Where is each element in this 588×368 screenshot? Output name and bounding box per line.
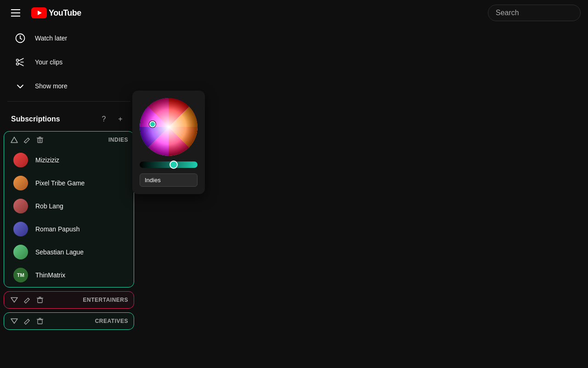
subscriptions-add-button[interactable]: + (114, 113, 127, 126)
sidebar: Watch later Your clips Show more Subscri… (0, 26, 138, 368)
header: YouTube (0, 0, 588, 26)
your-clips-label: Your clips (35, 58, 62, 66)
subscriptions-help-button[interactable]: ? (97, 113, 110, 126)
svg-line-4 (20, 39, 22, 40)
channel-name-miziziziz: Miziziziz (35, 156, 59, 164)
subscriptions-title: Subscriptions (11, 115, 60, 123)
color-name-input[interactable] (140, 173, 198, 187)
channel-pixel-tribe[interactable]: Pixel Tribe Game (6, 172, 132, 194)
avatar-pixel-tribe (13, 176, 28, 190)
triangle-hollow-icon-2[interactable] (10, 316, 19, 326)
svg-line-19 (28, 298, 29, 299)
group-indie-label: INDIES (48, 137, 128, 143)
channel-sebastian-lague[interactable]: Sebastian Lague (6, 241, 132, 263)
sidebar-item-watch-later[interactable]: Watch later (4, 27, 134, 50)
group-creatives: CREATIVES (4, 312, 134, 330)
search-bar (488, 5, 581, 21)
scissors-icon (15, 57, 26, 68)
pencil-icon-3[interactable] (23, 316, 32, 326)
channel-thinmatrix[interactable]: TM ThinMatrix (6, 264, 132, 286)
svg-line-7 (18, 58, 23, 61)
header-left: YouTube (7, 6, 81, 20)
avatar-roman-papush (13, 222, 28, 236)
color-picker-popup (132, 91, 205, 194)
avatar-miziziziz (13, 153, 28, 167)
group-entertainers: ENTERTAINERS (4, 291, 134, 309)
clock-icon (15, 33, 26, 44)
channel-rob-lang[interactable]: Rob Lang (6, 195, 132, 217)
logo-text: YouTube (49, 8, 81, 18)
watch-later-label: Watch later (35, 34, 67, 42)
menu-button[interactable] (7, 6, 24, 20)
group-indie: INDIES Miziziziz Pixel Tribe Game Rob La… (4, 131, 134, 288)
avatar-thinmatrix: TM (13, 268, 28, 282)
search-input-wrapper (488, 5, 581, 21)
svg-rect-20 (38, 299, 42, 303)
subscriptions-header: Subscriptions ? + (0, 105, 138, 129)
svg-point-30 (140, 98, 198, 156)
svg-line-8 (18, 63, 23, 66)
channel-name-sebastian-lague: Sebastian Lague (35, 248, 84, 256)
group-entertainers-label: ENTERTAINERS (48, 297, 128, 303)
pencil-icon[interactable] (23, 135, 32, 144)
pencil-icon-2[interactable] (23, 295, 32, 305)
youtube-logo[interactable]: YouTube (31, 7, 81, 18)
show-more-label: Show more (35, 82, 68, 90)
channel-name-rob-lang: Rob Lang (35, 202, 63, 210)
group-indie-header[interactable]: INDIES (4, 132, 134, 148)
avatar-sebastian-lague (13, 245, 28, 259)
svg-line-11 (28, 138, 29, 139)
channel-miziziziz[interactable]: Miziziziz (6, 149, 132, 171)
trash-icon-2[interactable] (35, 295, 45, 305)
triangle-hollow-icon[interactable] (10, 295, 19, 305)
trash-icon[interactable] (35, 135, 45, 144)
channel-name-roman-papush: Roman Papush (35, 225, 80, 233)
brightness-slider[interactable] (140, 161, 198, 168)
sidebar-item-show-more[interactable]: Show more (4, 75, 134, 98)
avatar-rob-lang (13, 199, 28, 213)
sidebar-item-your-clips[interactable]: Your clips (4, 51, 134, 74)
group-creatives-header[interactable]: CREATIVES (4, 313, 134, 329)
search-input[interactable] (488, 5, 580, 21)
channel-name-thinmatrix: ThinMatrix (35, 271, 65, 279)
chevron-down-icon (15, 80, 26, 92)
svg-rect-13 (38, 138, 42, 143)
triangle-icon[interactable] (10, 135, 19, 144)
subscriptions-actions: ? + (97, 113, 127, 126)
color-wheel-svg (140, 98, 198, 156)
channel-name-pixel-tribe: Pixel Tribe Game (35, 179, 85, 187)
group-creatives-label: CREATIVES (48, 318, 128, 324)
svg-marker-10 (11, 137, 17, 143)
trash-icon-3[interactable] (35, 316, 45, 326)
svg-line-24 (28, 319, 29, 321)
sidebar-divider (7, 101, 130, 102)
channel-roman-papush[interactable]: Roman Papush (6, 218, 132, 240)
svg-rect-25 (38, 320, 42, 324)
svg-marker-23 (11, 319, 17, 323)
main-content (138, 26, 588, 368)
svg-marker-18 (11, 298, 17, 302)
group-entertainers-header[interactable]: ENTERTAINERS (4, 292, 134, 308)
youtube-icon (31, 7, 47, 18)
color-wheel[interactable] (140, 98, 198, 156)
